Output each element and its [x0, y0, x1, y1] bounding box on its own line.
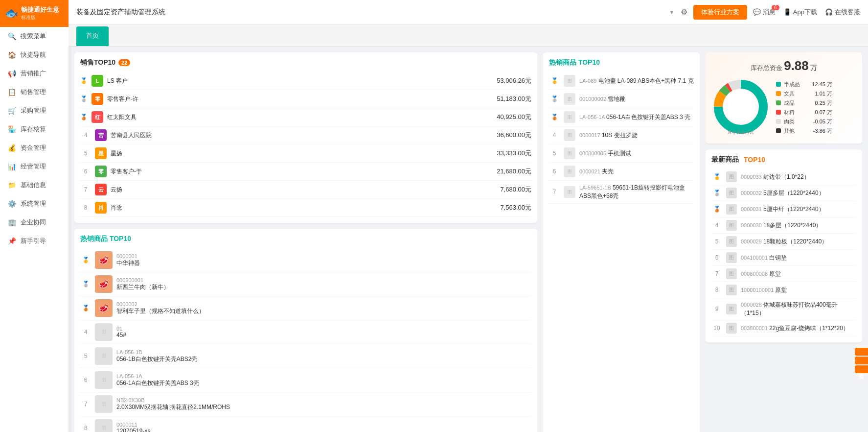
donut-chart: 库存资金占比	[711, 77, 770, 138]
new-product-info: 000800008 原堂	[741, 270, 856, 278]
product-thumb: 图	[564, 111, 575, 123]
new-product-code: 003800001	[741, 325, 769, 331]
float-service: 客服热线服务社区直播	[855, 348, 868, 373]
new-product-name: 原堂	[769, 270, 781, 277]
main-area: 装备及固定资产辅助管理系统 ▼ ⚙ 体验行业方案 💬 消息 6 📱 App下载 …	[69, 0, 868, 432]
hot-name: 056-1B白色按键开关壳ABS2壳	[116, 355, 531, 363]
rank-value: 21,680.00元	[497, 167, 531, 176]
sidebar-item-sales[interactable]: 📋销售管理	[0, 83, 69, 101]
hot-name: 中华神器	[116, 259, 531, 267]
product-name: 手机测试	[608, 150, 631, 157]
inventory-icon: 🏪	[7, 125, 17, 133]
nav-label-finance: 资金管理	[21, 144, 46, 152]
product-thumb: 图	[564, 75, 575, 87]
sidebar-item-operations[interactable]: 📊经营管理	[0, 157, 69, 176]
hot-products-card: 热销商品 TOP10 🥇 🥩 0000001 中华神器 🥈 🥩 00050000…	[74, 229, 537, 432]
new-products-title: 最新商品	[711, 155, 739, 164]
sales-rank-item: 4 苦 苦南县人民医院 36,600.00元	[80, 126, 531, 144]
logo-icon: 🐟	[5, 7, 18, 20]
purchase-icon: 🛒	[7, 107, 17, 115]
app-download-action[interactable]: 📱 App下载	[783, 8, 817, 17]
new-rank-num: 🥉	[711, 206, 722, 213]
chart-label: 库存资金占比	[728, 129, 754, 136]
new-product-info: 0000033 封边带（1.0*22）	[741, 173, 856, 181]
hot-info: 0000001 中华神器	[116, 253, 531, 267]
headset-icon: 🎧	[825, 8, 833, 16]
hot-sales-scroll[interactable]: 🥇 图 LA-089 电池盖 LA-089 ABS本色+黑种 7.1 克 🥈 图…	[549, 72, 694, 204]
product-thumb: 图	[564, 147, 575, 159]
hot-product-item: 8 图 0000011 12070519-xs	[80, 416, 531, 432]
sidebar-item-base-info[interactable]: 📁基础信息	[0, 176, 69, 194]
sales-rank-item: 7 云 云扬 7,680.00元	[80, 181, 531, 199]
new-rank-img: 图	[726, 304, 737, 314]
product-code: LA-056-1A	[579, 114, 606, 120]
hot-code: 0000002	[116, 301, 531, 307]
topbar: 装备及固定资产辅助管理系统 ▼ ⚙ 体验行业方案 💬 消息 6 📱 App下载 …	[69, 0, 868, 24]
new-product-item: 10 图 003800001 22g鱼豆腐-烧烤味（1*12*20）	[711, 320, 856, 336]
legend-label: 半成品	[784, 81, 800, 88]
sidebar-item-system[interactable]: ⚙️系统管理	[0, 194, 69, 213]
new-product-name: 5厘中纤（1220*2440）	[763, 206, 824, 213]
float-service-btn[interactable]: 服务社区	[855, 357, 868, 364]
legend-item: 肉类 -0.05 万	[776, 118, 832, 125]
float-service-btn[interactable]: 直播	[855, 365, 868, 373]
nav-label-system: 系统管理	[21, 199, 46, 208]
tab-home[interactable]: 首页	[76, 26, 109, 46]
product-info: 000800005 手机测试	[579, 149, 694, 158]
new-product-item: 6 图 004100001 白钢垫	[711, 250, 856, 266]
new-rank-num: 5	[711, 238, 722, 245]
sidebar-item-purchase[interactable]: 🛒采购管理	[0, 101, 69, 120]
new-rank-img: 图	[726, 252, 737, 263]
hot-product-item: 🥉 🥩 0000002 智利车子里（规格不知道填什么）	[80, 296, 531, 320]
new-product-info: 0000030 18多层（1220*2440）	[741, 221, 856, 230]
legend-dot	[776, 91, 781, 96]
product-info: LA-089 电池盖 LA-089 ABS本色+黑种 7.1 克	[579, 77, 694, 85]
stock-total-unit: 万	[810, 64, 817, 72]
search-icon: 🔍	[7, 32, 17, 40]
hot-info: 0000011 12070519-xs	[116, 422, 531, 432]
online-service-action[interactable]: 🎧 在线客服	[825, 8, 860, 17]
new-product-name: 封边带（1.0*22）	[763, 173, 810, 180]
nav-label-base-info: 基础信息	[21, 181, 46, 190]
legend-label: 肉类	[784, 118, 800, 125]
new-product-item: 🥉 图 0000031 5厘中纤（1220*2440）	[711, 201, 856, 217]
hot-thumb: 图	[95, 395, 113, 413]
new-rank-img: 图	[726, 220, 737, 231]
legend: 半成品 12.45 万 文具 1.01 万 成品 0.25 万 材料 0.07 …	[776, 81, 832, 135]
nav-label-purchase: 采购管理	[21, 106, 46, 115]
new-product-name: 18多层（1220*2440）	[763, 222, 822, 229]
notifications-action[interactable]: 💬 消息 6	[753, 8, 776, 17]
float-service-btn[interactable]: 客服热线	[855, 348, 868, 356]
new-rank-num: 10	[711, 325, 722, 332]
product-name: 10S 变扭罗旋	[602, 132, 638, 139]
page-tabs: 首页	[69, 24, 868, 47]
new-product-item: 9 图 0000028 体城嘉核味苏打饮品400毫升（1*15）	[711, 298, 856, 320]
settings-icon[interactable]: ⚙	[681, 7, 687, 17]
sidebar-item-finance[interactable]: 💰资金管理	[0, 139, 69, 157]
rank-avatar: 零	[95, 166, 107, 177]
notifications-badge: 6	[772, 5, 779, 10]
new-product-name: 原堂	[775, 287, 787, 293]
new-product-info: 0000029 18颗粒板（1220*2440）	[741, 238, 856, 246]
sidebar-item-quick-nav[interactable]: 🏠快捷导航	[0, 46, 69, 64]
trial-button[interactable]: 体验行业方案	[693, 5, 747, 20]
sidebar-item-marketing[interactable]: 📢营销推广	[0, 64, 69, 83]
sidebar-item-inventory[interactable]: 🏪库存核算	[0, 120, 69, 139]
product-name: 雪地靴	[608, 96, 625, 102]
rank-num: 8	[80, 204, 91, 211]
operations-icon: 📊	[7, 163, 17, 170]
hot-list-rank: 🥉	[549, 114, 560, 120]
new-products-header: 最新商品 TOP10	[711, 155, 856, 164]
sales-icon: 📋	[7, 88, 17, 96]
middle-panel: 热销商品 TOP10 🥇 图 LA-089 电池盖 LA-089 ABS本色+黑…	[543, 52, 700, 432]
hot-product-item: 4 图 01 45#	[80, 320, 531, 344]
product-code: LA-59651-1B	[579, 185, 613, 191]
sidebar-item-guide[interactable]: 📌新手引导	[0, 232, 69, 250]
sidebar-item-search[interactable]: 🔍搜索菜单	[0, 27, 69, 46]
sidebar-item-enterprise[interactable]: 🏢企业协同	[0, 213, 69, 232]
dropdown-arrow[interactable]: ▼	[669, 9, 675, 16]
rank-value: 51,183.00元	[497, 95, 531, 103]
hot-info: 0000002 智利车子里（规格不知道填什么）	[116, 301, 531, 315]
sidebar: 🐟 畅捷通好生意 标准版 🔍搜索菜单🏠快捷导航📢营销推广📋销售管理🛒采购管理🏪库…	[0, 0, 69, 432]
online-service-label: 在线客服	[835, 8, 860, 17]
